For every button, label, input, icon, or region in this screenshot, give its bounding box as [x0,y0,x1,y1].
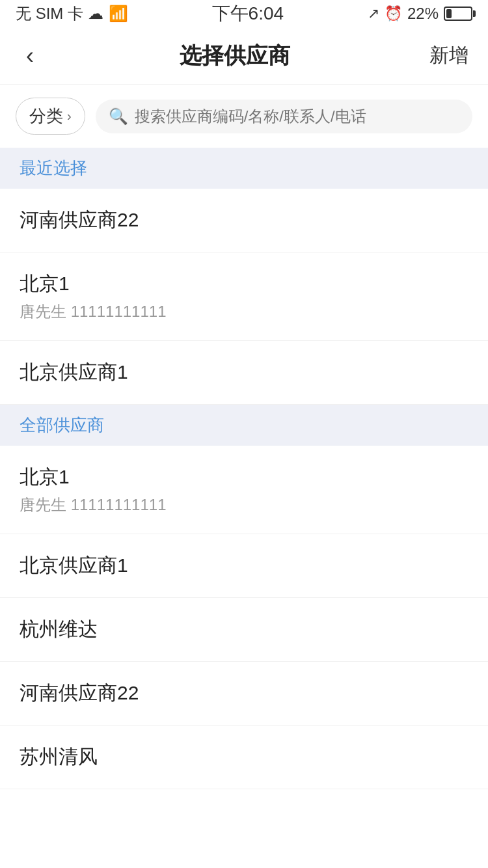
list-item[interactable]: 杭州维达 [0,598,488,662]
item-name: 北京1 [20,464,468,491]
new-action-button[interactable]: 新增 [429,42,468,69]
search-box: 🔍 [96,100,472,133]
list-item[interactable]: 北京供应商1 [0,341,488,405]
search-area: 分类 › 🔍 [0,85,488,148]
item-sub: 唐先生 11111111111 [20,495,468,515]
recent-section-header: 最近选择 [0,148,488,189]
back-button[interactable]: ‹ [20,36,40,76]
item-name: 河南供应商22 [20,207,468,234]
status-bar: 无 SIM 卡 ☁ 📶 下午6:04 ↗ ⏰ 22% [0,0,488,27]
nav-bar: ‹ 选择供应商 新增 [0,27,488,85]
status-left: 无 SIM 卡 ☁ 📶 [16,3,128,24]
status-time: 下午6:04 [212,1,284,26]
category-label: 分类 [29,105,63,128]
item-sub: 唐先生 11111111111 [20,301,468,322]
recent-list: 河南供应商22北京1唐先生 11111111111北京供应商1 [0,189,488,405]
search-icon: 🔍 [109,107,128,126]
all-list: 北京1唐先生 11111111111北京供应商1杭州维达河南供应商22苏州清风 [0,446,488,789]
item-name: 杭州维达 [20,616,468,643]
category-filter-button[interactable]: 分类 › [16,98,85,135]
item-name: 苏州清风 [20,744,468,770]
item-name: 北京供应商1 [20,359,468,386]
all-section-header: 全部供应商 [0,405,488,446]
list-item[interactable]: 河南供应商22 [0,662,488,726]
page-title: 选择供应商 [180,41,290,71]
item-name: 北京供应商1 [20,552,468,579]
alarm-icon: ⏰ [385,5,402,22]
item-name: 河南供应商22 [20,680,468,707]
list-item[interactable]: 北京1唐先生 11111111111 [0,252,488,341]
list-item[interactable]: 北京1唐先生 11111111111 [0,446,488,534]
battery-icon [444,7,472,21]
battery-text: 22% [407,5,439,23]
all-section-title: 全部供应商 [20,415,104,435]
list-item[interactable]: 北京供应商1 [0,534,488,598]
list-item[interactable]: 河南供应商22 [0,189,488,252]
recent-section-title: 最近选择 [20,158,87,178]
search-input[interactable] [135,107,459,126]
item-name: 北京1 [20,271,468,297]
list-item[interactable]: 苏州清风 [0,726,488,789]
chevron-right-icon: › [67,109,72,124]
wifi-icon: 📶 [109,5,128,23]
status-right: ↗ ⏰ 22% [368,5,472,23]
sim-status: 无 SIM 卡 ☁ [16,3,103,24]
location-icon: ↗ [368,5,379,22]
